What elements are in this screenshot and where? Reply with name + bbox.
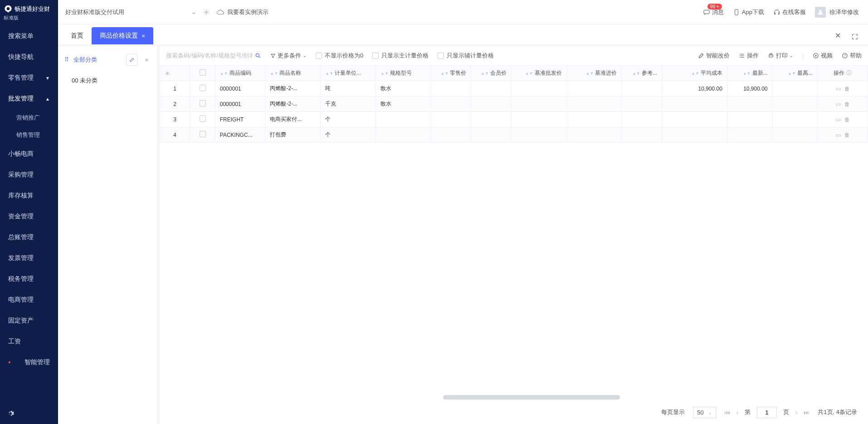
horizontal-scrollbar[interactable] <box>160 395 868 400</box>
tabs: 首页 商品价格设置 ✕ ✕ <box>58 24 868 44</box>
message-badge: 99 + <box>707 4 722 10</box>
col-wholesale[interactable]: ▲▼基准批发价 <box>511 66 566 81</box>
smart-price-button[interactable]: 智能改价 <box>698 52 730 60</box>
nav-wholesale[interactable]: 批发管理▲ <box>0 88 58 109</box>
edit-icon <box>129 57 135 63</box>
nav-ecom[interactable]: 小畅电商 <box>0 144 58 164</box>
page-number-input[interactable] <box>757 407 777 418</box>
row-edit-button[interactable]: ▭ <box>836 116 841 123</box>
logo-icon <box>4 5 13 14</box>
row-delete-button[interactable]: 🗑 <box>844 132 850 138</box>
data-panel: 更多条件 ⌄ 不显示价格为0 只显示主计量价格 只显示辅计量价格 智能改价 操作 <box>160 46 868 424</box>
print-button[interactable]: 打印 ⌄ <box>768 52 793 60</box>
demo-link[interactable]: 我要看实例演示 <box>216 8 268 16</box>
prev-page-button[interactable]: ‹ <box>736 409 738 416</box>
operations-button[interactable]: 操作 <box>739 52 759 60</box>
row-delete-button[interactable]: 🗑 <box>844 116 850 123</box>
col-unit[interactable]: ▲▼计量单位... <box>321 66 376 81</box>
chevron-down-icon: ⌄ <box>303 53 307 58</box>
close-all-button[interactable]: ✕ <box>829 27 846 44</box>
user-menu[interactable]: 徐泽华修改 <box>815 7 859 18</box>
fullscreen-button[interactable] <box>846 29 863 44</box>
col-ref[interactable]: ▲▼参考... <box>622 66 662 81</box>
help-icon: ? <box>842 53 848 59</box>
nav-salary[interactable]: 工资 <box>0 331 58 352</box>
checkbox-hide-zero[interactable]: 不显示价格为0 <box>316 52 363 60</box>
svg-point-3 <box>819 10 821 12</box>
col-max[interactable]: ▲▼最高... <box>772 66 818 81</box>
all-categories[interactable]: 全部分类 <box>73 56 97 64</box>
org-settings[interactable] <box>203 9 210 16</box>
chevron-up-icon: ▲ <box>45 96 50 101</box>
nav-ecommerce[interactable]: 电商管理 <box>0 289 58 310</box>
toolbar: 更多条件 ⌄ 不显示价格为0 只显示主计量价格 只显示辅计量价格 智能改价 操作 <box>160 46 868 65</box>
support-button[interactable]: 在线客服 <box>773 8 806 16</box>
row-edit-button[interactable]: ▭ <box>836 86 841 92</box>
col-settings[interactable] <box>160 66 190 81</box>
row-delete-button[interactable]: 🗑 <box>844 101 850 107</box>
row-checkbox[interactable] <box>200 100 206 106</box>
nav-inventory[interactable]: 库存核算 <box>0 185 58 206</box>
video-button[interactable]: 视频 <box>813 52 833 60</box>
more-filters-button[interactable]: 更多条件 ⌄ <box>270 52 307 60</box>
row-edit-button[interactable]: ▭ <box>836 132 841 138</box>
col-checkbox[interactable] <box>190 66 215 81</box>
nav-retail[interactable]: 零售管理▼ <box>0 67 58 88</box>
table: ▲▼商品编码 ▲▼商品名称 ▲▼计量单位... ▲▼规格型号 ▲▼零售价 ▲▼会… <box>160 65 868 395</box>
col-latest[interactable]: ▲▼最新... <box>727 66 772 81</box>
row-checkbox[interactable] <box>200 85 206 91</box>
svg-rect-1 <box>704 10 709 14</box>
nav-ledger[interactable]: 总账管理 <box>0 227 58 248</box>
nav-invoice[interactable]: 发票管理 <box>0 248 58 269</box>
col-spec[interactable]: ▲▼规格型号 <box>376 66 431 81</box>
table-row[interactable]: 3FREIGHT电商买家付...个▭🗑 <box>160 112 868 127</box>
nav-ai[interactable]: 智能管理 <box>0 352 58 373</box>
messages-button[interactable]: 99 + 消息 <box>703 8 724 16</box>
nav-wholesale-sales[interactable]: 销售管理 <box>0 126 58 144</box>
nav-assets[interactable]: 固定资产 <box>0 310 58 331</box>
nav-funds[interactable]: 资金管理 <box>0 206 58 227</box>
gear-icon <box>203 9 210 16</box>
table-row[interactable]: 20000001丙烯酸-2-...千克散水▭🗑 <box>160 96 868 112</box>
nav-shortcut[interactable]: 快捷导航 <box>0 47 58 67</box>
col-member[interactable]: ▲▼会员价 <box>471 66 512 81</box>
nav-tax[interactable]: 税务管理 <box>0 269 58 289</box>
checkbox-main-unit[interactable]: 只显示主计量价格 <box>372 52 429 60</box>
page-size-select[interactable]: 50⌄ <box>693 407 716 418</box>
search-icon[interactable] <box>255 53 261 59</box>
next-page-button[interactable]: › <box>795 409 797 416</box>
table-row[interactable]: 4PACKINGC...打包费个▭🗑 <box>160 127 868 143</box>
org-name: 好业财标准版交付试用 <box>65 8 124 16</box>
help-button[interactable]: ? 帮助 <box>842 52 862 60</box>
category-item-uncategorized[interactable]: 00 未分类 <box>58 73 157 88</box>
tab-price-settings[interactable]: 商品价格设置 ✕ <box>92 27 153 44</box>
org-selector[interactable]: 好业财标准版交付试用 ⌄ <box>65 8 196 16</box>
col-code[interactable]: ▲▼商品编码 <box>215 66 265 81</box>
tab-home[interactable]: 首页 <box>63 27 92 44</box>
checkbox-aux-unit[interactable]: 只显示辅计量价格 <box>438 52 494 60</box>
app-download-button[interactable]: App下载 <box>733 8 764 16</box>
nav-purchase[interactable]: 采购管理 <box>0 164 58 185</box>
play-icon <box>813 53 819 59</box>
col-name[interactable]: ▲▼商品名称 <box>265 66 321 81</box>
message-icon <box>703 9 710 16</box>
col-avgcost[interactable]: ▲▼平均成本 <box>662 66 727 81</box>
col-purchase[interactable]: ▲▼基准进价 <box>566 66 622 81</box>
print-icon <box>768 53 774 59</box>
nav-search[interactable]: 搜索菜单 <box>0 26 58 47</box>
collapse-panel-button[interactable]: « <box>142 52 151 67</box>
row-checkbox[interactable] <box>200 116 206 122</box>
col-retail[interactable]: ▲▼零售价 <box>431 66 471 81</box>
help-icon[interactable]: ⓘ <box>846 70 852 76</box>
first-page-button[interactable]: ⏮ <box>724 409 730 416</box>
edit-category-button[interactable] <box>126 54 138 66</box>
settings-button[interactable] <box>0 403 58 424</box>
row-checkbox[interactable] <box>200 131 206 137</box>
close-icon[interactable]: ✕ <box>141 34 145 39</box>
table-row[interactable]: 10000001丙烯酸-2-...吨散水10,900.0010,900.00▭🗑 <box>160 81 868 96</box>
search-input[interactable] <box>166 52 252 59</box>
row-edit-button[interactable]: ▭ <box>836 101 841 107</box>
row-delete-button[interactable]: 🗑 <box>844 86 850 92</box>
last-page-button[interactable]: ⏭ <box>804 409 809 416</box>
nav-wholesale-promo[interactable]: 营销推广 <box>0 109 58 126</box>
